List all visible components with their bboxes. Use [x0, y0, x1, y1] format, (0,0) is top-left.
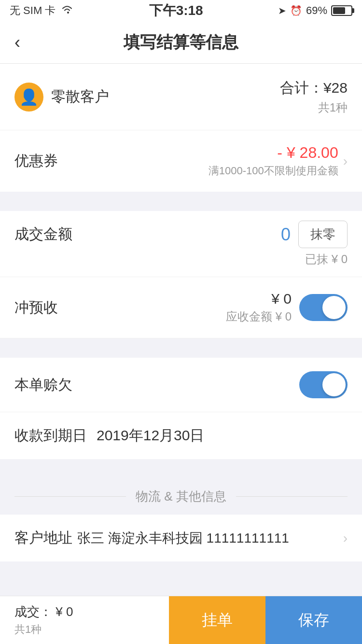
due-date-row: 收款到期日 2019年12月30日	[0, 412, 362, 459]
save-label: 保存	[298, 610, 329, 631]
total-amount: 合计：¥28	[280, 78, 348, 98]
coupon-right: - ¥ 28.00 满1000-100不限制使用金额 ›	[209, 144, 348, 178]
save-button[interactable]: 保存	[265, 596, 362, 644]
address-label: 客户地址	[14, 528, 72, 548]
status-time: 下午3:18	[149, 1, 203, 20]
customer-section: 👤 零散客户 合计：¥28 共1种 优惠券 - ¥ 28.00 满1000-10…	[0, 64, 362, 192]
divider-line-right	[236, 496, 348, 497]
logistics-header: 物流 & 其他信息	[0, 478, 362, 515]
divider-2	[0, 348, 362, 358]
prepaid-toggle[interactable]	[299, 294, 348, 321]
wifi-icon	[60, 4, 74, 17]
address-row[interactable]: 客户地址 张三 海淀永丰科技园 11111111111 ›	[0, 515, 362, 561]
toggle-knob	[322, 296, 346, 319]
prepaid-value-block: ¥ 0 应收金额 ¥ 0	[226, 291, 292, 324]
prepaid-sub: 应收金额 ¥ 0	[226, 309, 292, 324]
coupon-label: 优惠券	[14, 151, 58, 171]
page-title: 填写结算等信息	[124, 31, 238, 54]
deal-amount: ¥ 0	[56, 604, 73, 619]
divider-line-left	[14, 496, 126, 497]
debit-toggle-knob	[322, 373, 346, 396]
coupon-discount: - ¥ 28.00	[209, 144, 338, 162]
battery-fill	[333, 7, 345, 14]
transaction-right: 0 抹零	[281, 221, 348, 248]
deal-label: 成交：	[14, 604, 52, 619]
customer-right: 合计：¥28 共1种	[280, 78, 348, 115]
form-section: 成交金额 0 抹零 已抹 ¥ 0 冲预收 ¥ 0 应收金额 ¥ 0	[0, 211, 362, 338]
coupon-row[interactable]: 优惠券 - ¥ 28.00 满1000-100不限制使用金额 ›	[0, 130, 362, 192]
customer-row: 👤 零散客户 合计：¥28 共1种	[0, 64, 362, 130]
total-count: 共1种	[280, 100, 348, 115]
location-icon: ➤	[278, 5, 286, 16]
round-button[interactable]: 抹零	[298, 221, 348, 248]
chevron-right-icon: ›	[343, 154, 348, 169]
transaction-amount[interactable]: 0	[281, 224, 291, 245]
divider-1	[0, 201, 362, 211]
address-value: 张三 海淀永丰科技园 11111111111	[72, 529, 343, 547]
debit-section: 本单赊欠 收款到期日 2019年12月30日	[0, 358, 362, 459]
transaction-row: 成交金额 0 抹零 已抹 ¥ 0	[0, 211, 362, 277]
avatar: 👤	[14, 83, 43, 112]
battery-percent: 69%	[306, 4, 327, 17]
bottom-info: 成交： ¥ 0 共1种	[0, 596, 169, 644]
avatar-icon: 👤	[19, 88, 39, 106]
prepaid-amount: ¥ 0	[226, 291, 292, 307]
sim-text: 无 SIM 卡	[10, 3, 56, 18]
nav-bar: ‹ 填写结算等信息	[0, 21, 362, 64]
status-right: ➤ ⏰ 69%	[278, 4, 352, 17]
debit-toggle[interactable]	[299, 371, 348, 398]
prepaid-right: ¥ 0 应收金额 ¥ 0	[226, 291, 348, 324]
address-chevron-icon: ›	[343, 531, 348, 546]
hold-button[interactable]: 挂单	[169, 596, 265, 644]
transaction-label: 成交金额	[14, 224, 72, 244]
due-date-value: 2019年12月30日	[97, 426, 204, 446]
due-date-label: 收款到期日	[14, 426, 87, 446]
status-left: 无 SIM 卡	[10, 3, 74, 18]
transaction-sub: 已抹 ¥ 0	[305, 252, 348, 266]
logistics-label: 物流 & 其他信息	[136, 488, 226, 505]
prepaid-row: 冲预收 ¥ 0 应收金额 ¥ 0	[0, 277, 362, 338]
status-bar: 无 SIM 卡 下午3:18 ➤ ⏰ 69%	[0, 0, 362, 21]
coupon-desc: 满1000-100不限制使用金额	[209, 164, 338, 178]
back-button[interactable]: ‹	[14, 32, 20, 53]
prepaid-label: 冲预收	[14, 298, 58, 318]
customer-name: 零散客户	[51, 87, 109, 107]
divider-3	[0, 469, 362, 478]
bottom-count: 共1种	[14, 622, 154, 637]
alarm-icon: ⏰	[290, 5, 302, 16]
customer-left: 👤 零散客户	[14, 83, 109, 112]
debit-label: 本单赊欠	[14, 375, 72, 395]
hold-label: 挂单	[202, 610, 233, 631]
battery-icon	[331, 5, 352, 16]
bottom-deal-amount: 成交： ¥ 0	[14, 603, 154, 620]
debit-row: 本单赊欠	[0, 358, 362, 412]
bottom-bar: 成交： ¥ 0 共1种 挂单 保存	[0, 596, 362, 644]
coupon-value-block: - ¥ 28.00 满1000-100不限制使用金额	[209, 144, 338, 178]
